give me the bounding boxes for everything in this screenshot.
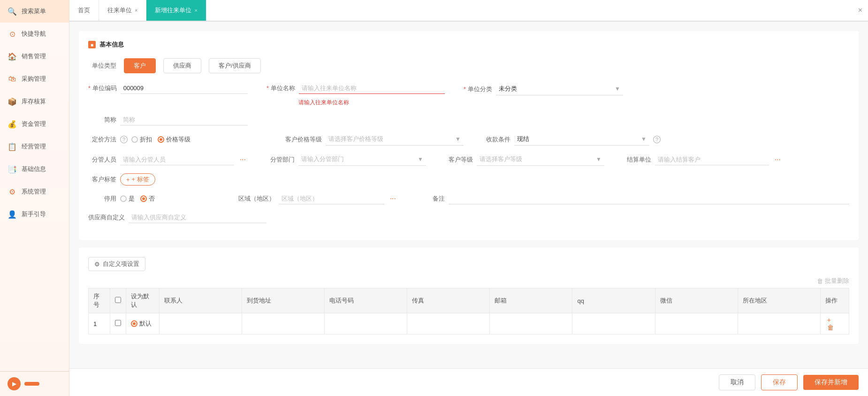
customer-level-placeholder: 请选择客户等级 <box>480 155 522 163</box>
manager-more-btn[interactable]: ··· <box>238 155 248 164</box>
sidebar-item-guide[interactable]: 👤 新手引导 <box>0 203 69 225</box>
settlement-more-btn[interactable]: ··· <box>773 155 783 164</box>
cell-fax[interactable] <box>407 313 490 334</box>
region-input[interactable] <box>279 193 384 204</box>
remarks-input[interactable] <box>449 193 849 204</box>
payment-terms-label: 收款条件 <box>482 135 510 144</box>
select-all-checkbox[interactable] <box>115 297 121 303</box>
tab-home[interactable]: 首页 <box>69 0 99 21</box>
unit-code-input[interactable] <box>121 83 248 94</box>
tab-new-partner[interactable]: 新增往来单位 × <box>146 0 206 21</box>
th-region: 所在地区 <box>738 288 820 313</box>
short-name-label: 简称 <box>88 116 116 124</box>
pricing-level-label: 价格等级 <box>166 135 190 144</box>
unit-btn-customer[interactable]: 客户 <box>124 58 156 73</box>
inventory-icon: 📦 <box>8 97 17 106</box>
form-row-6: 停用 是 否 区域（地区） ··· <box>88 193 849 204</box>
unit-category-select[interactable]: 未分类 ▼ <box>496 83 623 95</box>
customer-level-select[interactable]: 请选择客户等级 ▼ <box>477 153 604 166</box>
section-title-text: 基本信息 <box>99 40 124 49</box>
th-wechat: 微信 <box>655 288 738 313</box>
supplier-custom-label: 供应商自定义 <box>88 213 125 222</box>
email-input[interactable] <box>495 320 567 327</box>
payment-terms-select[interactable]: 现结 ▼ <box>514 133 649 146</box>
yes-radio-circle <box>120 195 127 202</box>
row-checkbox[interactable] <box>115 320 121 326</box>
address-input[interactable] <box>247 320 320 327</box>
form-row-7: 供应商自定义 <box>88 212 849 223</box>
unit-category-label: 单位分类 <box>464 85 492 93</box>
sidebar-item-search[interactable]: 🔍 搜索菜单 <box>0 0 69 23</box>
pricing-radio-discount[interactable]: 折扣 <box>131 135 152 144</box>
pricing-label: 定价方法 <box>88 135 116 144</box>
sidebar-item-sales[interactable]: 🏠 销售管理 <box>0 45 69 68</box>
section-icon: ■ <box>88 41 96 48</box>
unit-btn-supplier[interactable]: 供应商 <box>163 58 201 73</box>
contact-table: 序号 设为默认 联系人 到货地址 电话号码 传真 邮箱 qq 微信 所在地区 操… <box>88 288 849 334</box>
payment-help-icon[interactable]: ? <box>653 136 661 143</box>
home-icon: ⊙ <box>8 29 17 39</box>
tab-partners[interactable]: 往来单位 × <box>99 0 146 21</box>
sidebar-item-system[interactable]: ⚙ 系统管理 <box>0 180 69 203</box>
unit-name-input[interactable] <box>299 83 445 94</box>
cell-region[interactable] <box>738 313 820 334</box>
pricing-help-icon[interactable]: ? <box>120 136 128 143</box>
tab-bar: 首页 往来单位 × 新增往来单位 × × <box>69 0 868 22</box>
wechat-input[interactable] <box>660 320 733 327</box>
tag-field: 客户标签 + + 标签 <box>88 173 849 186</box>
tab-partners-close[interactable]: × <box>135 8 137 13</box>
cell-phone[interactable] <box>325 313 407 334</box>
manager-input[interactable] <box>120 154 234 165</box>
unit-name-error: 请输入往来单位名称 <box>298 99 349 107</box>
disabled-yes[interactable]: 是 <box>120 194 135 203</box>
sidebar-bottom: ▶ <box>0 371 69 396</box>
custom-settings-button[interactable]: ⚙ 自定义项设置 <box>88 257 145 271</box>
tab-home-label: 首页 <box>78 6 90 15</box>
cell-address[interactable] <box>242 313 325 334</box>
delete-row-btn[interactable]: 🗑 <box>825 323 836 332</box>
department-select[interactable]: 请输入分管部门 ▼ <box>298 153 426 166</box>
batch-delete-btn[interactable]: 🗑 批量删除 <box>88 277 849 285</box>
sidebar-item-basic[interactable]: 📑 基础信息 <box>0 158 69 180</box>
cell-contact[interactable] <box>160 313 242 334</box>
search-icon: 🔍 <box>8 7 17 16</box>
contact-input[interactable] <box>164 320 237 327</box>
table-header: 序号 设为默认 联系人 到货地址 电话号码 传真 邮箱 qq 微信 所在地区 操… <box>89 288 849 313</box>
add-tag-button[interactable]: + + 标签 <box>120 173 155 186</box>
supplier-custom-input[interactable] <box>129 212 266 223</box>
cell-email[interactable] <box>490 313 572 334</box>
region-table-input[interactable] <box>743 320 815 327</box>
settlement-input[interactable] <box>655 154 769 165</box>
customer-price-select[interactable]: 请选择客户价格等级 ▼ <box>326 133 464 146</box>
qq-input[interactable] <box>577 320 650 327</box>
phone-input[interactable] <box>329 320 402 327</box>
disabled-no[interactable]: 否 <box>140 194 155 203</box>
row-default-radio[interactable]: 默认 <box>131 319 154 328</box>
save-button[interactable]: 保存 <box>761 374 798 390</box>
form-row-3: 定价方法 ? 折扣 价格等级 客户价格等级 <box>88 133 849 146</box>
short-name-input[interactable] <box>120 114 248 125</box>
cancel-button[interactable]: 取消 <box>719 374 755 390</box>
region-more-btn[interactable]: ··· <box>388 194 398 203</box>
sidebar-item-purchase[interactable]: 🛍 采购管理 <box>0 68 69 90</box>
tab-new-partner-close[interactable]: × <box>194 8 197 13</box>
sidebar-item-quick-nav[interactable]: ⊙ 快捷导航 <box>0 23 69 45</box>
cell-wechat[interactable] <box>655 313 738 334</box>
sidebar-item-inventory[interactable]: 📦 库存核算 <box>0 90 69 113</box>
unit-name-label: 单位名称 <box>266 84 295 93</box>
fax-input[interactable] <box>412 320 485 327</box>
table-body: 1 默认 <box>89 313 849 334</box>
pricing-radio-level[interactable]: 价格等级 <box>158 135 190 144</box>
unit-btn-both[interactable]: 客户/供应商 <box>209 58 261 73</box>
unit-code-label: 单位编码 <box>88 84 117 93</box>
purchase-icon: 🛍 <box>8 74 17 84</box>
unit-category-chevron: ▼ <box>615 85 620 92</box>
sidebar-item-operations[interactable]: 📋 经营管理 <box>0 135 69 158</box>
default-label: 默认 <box>139 319 152 328</box>
sidebar-item-finance[interactable]: 💰 资金管理 <box>0 113 69 135</box>
cell-qq[interactable] <box>572 313 655 334</box>
short-name-field: 简称 <box>88 114 248 125</box>
window-close-button[interactable]: × <box>858 6 862 15</box>
save-and-new-button[interactable]: 保存并新增 <box>803 375 859 390</box>
th-qq: qq <box>572 288 655 313</box>
